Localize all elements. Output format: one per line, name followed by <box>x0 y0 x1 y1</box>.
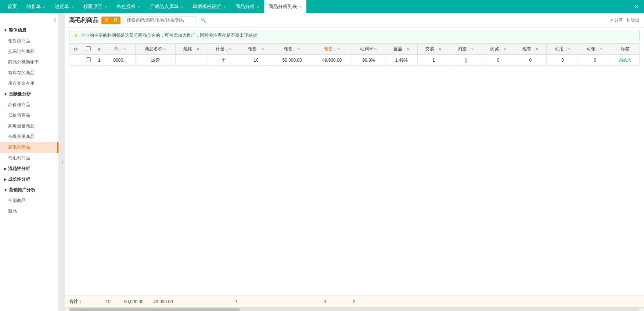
close-purchase-tab[interactable]: × <box>71 4 73 9</box>
col-gross-margin[interactable]: 毛利率⇅ <box>352 44 385 55</box>
footer-cell-sales-qty: 10 <box>97 299 119 304</box>
col-coverage[interactable]: 覆盖...⇅ <box>385 44 418 55</box>
col-tag: 标签 <box>611 44 639 55</box>
cell-sales-profit: 49,900.00 <box>312 55 352 66</box>
table-row: 1 0000... 运费 个 10 50,000.00 49,900.00 99… <box>69 55 640 66</box>
nav-tab-role[interactable]: 角色授权 × <box>112 0 144 13</box>
sidebar-section-growth[interactable]: ▶ 成长性分析 <box>0 174 58 185</box>
sidebar-item-sales-goods[interactable]: 销售类商品 <box>0 36 58 46</box>
nav-tab-analysis-list[interactable]: 商品分析列表 × <box>264 0 306 13</box>
arrow-trend: ▶ <box>4 167 7 171</box>
nav-tab-purchase[interactable]: 进货单 × <box>50 0 78 13</box>
filter-recent-month-btn[interactable]: 近一月 <box>101 17 120 24</box>
cell-spec <box>176 55 208 66</box>
sidebar-section-contribution[interactable]: ▼ 贡献量分析 <box>0 89 58 100</box>
col-unit[interactable]: 计量...⇅ <box>208 44 240 55</box>
nav-tab-home[interactable]: 首页 <box>3 0 21 13</box>
footer-cell-empty1 <box>178 299 222 304</box>
nav-tab-sales[interactable]: 销售单 × <box>22 0 50 13</box>
sidebar-item-high-explosive[interactable]: 高爆量量商品 <box>0 121 58 131</box>
col-trade[interactable]: 交易...⇅ <box>418 44 450 55</box>
cell-unit: 个 <box>208 55 240 66</box>
col-num: # <box>94 44 105 55</box>
col-current-stock[interactable]: 现有...⇅ <box>514 44 547 55</box>
col-sales-profit[interactable]: 销售...⇅ <box>312 44 352 55</box>
export-icon: ⬇ <box>626 18 630 23</box>
close-product-inbound-tab[interactable]: × <box>181 4 183 9</box>
cell-tag: 高收入 <box>611 55 639 66</box>
arrow-marketing: ▼ <box>4 188 7 192</box>
close-role-tab[interactable]: × <box>138 4 140 9</box>
arrow-growth: ▶ <box>4 177 7 181</box>
table-header-row: ⚙ # 商...⇅ 商品名称⇅ 规格...⇅ 计量...⇅ 销售...⇅ 销售.… <box>69 44 640 55</box>
share-btn[interactable]: ↗ 分享 <box>609 17 623 23</box>
cell-trade: 1 <box>418 55 450 66</box>
row-checkbox[interactable] <box>86 57 91 62</box>
search-icon[interactable]: 🔍 <box>201 18 206 23</box>
scrollbar-track <box>69 308 640 311</box>
close-sales-tab[interactable]: × <box>43 4 45 9</box>
sidebar-item-high-margin[interactable]: 高毛利商品 <box>0 142 58 153</box>
footer-cell-empty3 <box>281 299 310 304</box>
sidebar-item-stock-goods[interactable]: 有库存的商品 <box>0 68 58 78</box>
nav-tab-product-inbound[interactable]: 产成品入库单 × <box>145 0 187 13</box>
close-analysis-tab[interactable]: × <box>257 4 259 9</box>
footer-bar: 合计： 10 50,000.00 49,900.00 1 0 <box>65 296 644 307</box>
col-browse2[interactable]: 浏览...⇅ <box>482 44 514 55</box>
sidebar-section-overall[interactable]: ▼ 整体信息 <box>0 25 58 36</box>
col-sellable[interactable]: 可销...⇅ <box>579 44 611 55</box>
cell-browse1[interactable]: 0 <box>450 55 482 66</box>
scrollbar-thumb[interactable] <box>69 308 240 311</box>
sidebar-item-all-goods[interactable]: 全部商品 <box>0 195 58 206</box>
col-name[interactable]: 商品名称⇅ <box>135 44 175 55</box>
sidebar-toggle[interactable]: 《 <box>59 13 65 311</box>
table-wrapper: ⚙ # 商...⇅ 商品名称⇅ 规格...⇅ 计量...⇅ 销售...⇅ 销售.… <box>65 43 644 296</box>
header-actions: ↗ 分享 ⬇ 导出 <box>609 17 640 23</box>
col-spec[interactable]: 规格...⇅ <box>176 44 208 55</box>
cell-sellable: 0 <box>579 55 611 66</box>
col-sales-amt[interactable]: 销售...⇅ <box>272 44 312 55</box>
export-btn[interactable]: ⬇ 导出 <box>626 17 640 23</box>
cell-current-stock: 0 <box>514 55 547 66</box>
close-all-tabs[interactable]: × <box>632 3 641 10</box>
sidebar-item-low-margin[interactable]: 低毛利商品 <box>0 153 58 163</box>
nav-tab-template[interactable]: 单据模板设置 × <box>188 0 230 13</box>
cell-sales-qty: 10 <box>240 55 272 66</box>
sidebar-section-trend[interactable]: ▶ 流趋性分析 <box>0 163 58 174</box>
sidebar-item-new-goods[interactable]: 新品 <box>0 206 58 217</box>
sidebar-section-marketing[interactable]: ▼ 营销推广分析 <box>0 185 58 195</box>
close-template-tab[interactable]: × <box>223 4 226 9</box>
col-available[interactable]: 可用...⇅ <box>547 44 579 55</box>
footer-label: 合计： <box>69 299 82 305</box>
sidebar-item-stock-capital[interactable]: 库存资金占用 <box>0 78 58 89</box>
footer-cell-trade: 1 <box>222 299 251 304</box>
cell-num: 1 <box>94 55 105 66</box>
close-permission-tab[interactable]: × <box>105 4 107 9</box>
nav-tab-permission[interactable]: 权限设置 × <box>79 0 111 13</box>
search-input[interactable] <box>123 16 197 24</box>
footer-cells: 10 50,000.00 49,900.00 1 0 0 <box>97 299 369 304</box>
close-analysis-list-tab[interactable]: × <box>299 4 302 9</box>
sidebar-item-traded-goods[interactable]: 交易过的商品 <box>0 46 58 57</box>
sidebar-item-low-explosive[interactable]: 低爆量量商品 <box>0 131 58 142</box>
footer-cell-available: 0 <box>339 299 369 304</box>
main-table: ⚙ # 商...⇅ 商品名称⇅ 规格...⇅ 计量...⇅ 销售...⇅ 销售.… <box>69 43 640 66</box>
cell-sales-amt: 50,000.00 <box>272 55 312 66</box>
col-checkbox <box>83 44 94 55</box>
nav-tab-analysis[interactable]: 商品分析 × <box>231 0 263 13</box>
cell-name: 运费 <box>135 55 175 66</box>
cell-code: 0000... <box>105 55 135 66</box>
col-settings[interactable]: ⚙ <box>69 44 83 55</box>
sidebar-item-high-value[interactable]: 高价值商品 <box>0 100 58 110</box>
share-icon: ↗ <box>609 18 613 23</box>
horizontal-scrollbar[interactable] <box>65 307 644 311</box>
footer-cell-sales-profit: 49,900.00 <box>148 299 178 304</box>
sidebar-item-low-value[interactable]: 低价值商品 <box>0 110 58 121</box>
col-browse1[interactable]: 浏览...⇅ <box>450 44 482 55</box>
sidebar-collapse-btn[interactable]: 《 <box>51 17 56 23</box>
col-sales-qty[interactable]: 销售...⇅ <box>240 44 272 55</box>
select-all-checkbox[interactable] <box>86 46 91 51</box>
arrow-contribution: ▼ <box>4 92 7 96</box>
col-code[interactable]: 商...⇅ <box>105 44 135 55</box>
sidebar-item-category-rate[interactable]: 商品分类助销率 <box>0 57 58 68</box>
